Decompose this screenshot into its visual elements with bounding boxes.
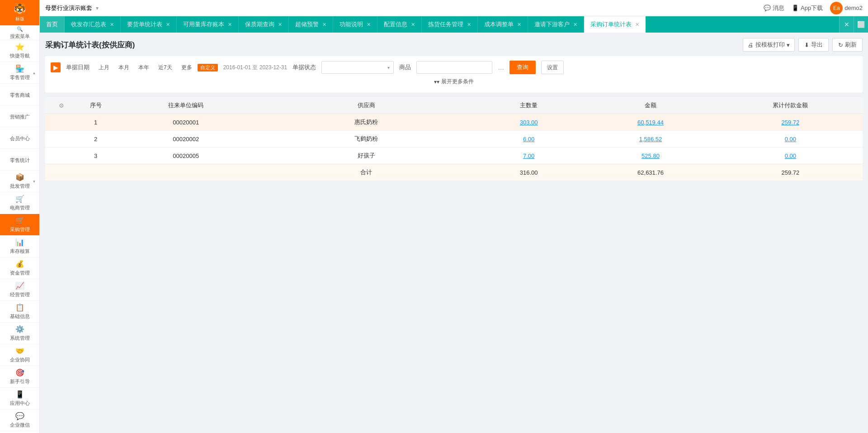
row1-amount[interactable]: 60,519.44 bbox=[583, 114, 718, 131]
sidebar-item-basic-info[interactable]: 📋 基础信息 bbox=[0, 301, 40, 323]
sidebar-item-retail-mall[interactable]: 零售商城 bbox=[0, 84, 40, 105]
tab-cost-adjust-close[interactable]: ✕ bbox=[517, 22, 521, 28]
template-print-label: 按模板打印 bbox=[755, 41, 785, 49]
sidebar-item-app-center[interactable]: 📱 应用中心 bbox=[0, 388, 40, 409]
sidebar-item-member[interactable]: 会员中心 bbox=[0, 127, 40, 149]
table-area: ⚙ 序号 往来单位编码 供应商 主数量 金额 累计付款金额 1 000200 bbox=[45, 97, 863, 181]
main-area: 母婴行业演示账套 ▾ 💬 消息 📱 App下载 Ea demo2 首页 bbox=[40, 0, 868, 433]
sidebar-search[interactable]: 🔍 搜索菜单 bbox=[0, 25, 40, 40]
tab-available-inventory[interactable]: 可用量库存账本 ✕ bbox=[177, 16, 239, 33]
tab-purchase-stats-close[interactable]: ✕ bbox=[635, 22, 639, 28]
sidebar-item-purchase[interactable]: 🛒 采购管理 bbox=[0, 214, 40, 236]
tab-invite-downstream-close[interactable]: ✕ bbox=[573, 22, 577, 28]
filter-toggle-button[interactable]: ▶ bbox=[51, 62, 61, 72]
sidebar-search-label: 搜索菜单 bbox=[10, 33, 30, 40]
topbar-dropdown-arrow[interactable]: ▾ bbox=[96, 5, 99, 11]
query-button[interactable]: 查询 bbox=[509, 61, 536, 74]
sidebar-item-marketing[interactable]: 营销推广 bbox=[0, 105, 40, 127]
row1-paid[interactable]: 259.72 bbox=[718, 114, 863, 131]
row2-paid[interactable]: 0.00 bbox=[718, 131, 863, 148]
col-header-settings[interactable]: ⚙ bbox=[45, 97, 78, 114]
tab-pick-task-close[interactable]: ✕ bbox=[467, 22, 471, 28]
tab-available-inventory-close[interactable]: ✕ bbox=[228, 22, 232, 28]
refresh-button[interactable]: ↻ 刷新 bbox=[832, 38, 863, 52]
row3-supplier: 好孩子 bbox=[258, 148, 475, 164]
sidebar-item-inventory[interactable]: 📊 库存核算 bbox=[0, 236, 40, 257]
tab-cost-adjust[interactable]: 成本调整单 ✕ bbox=[478, 16, 528, 33]
message-button[interactable]: 💬 消息 bbox=[764, 4, 784, 12]
tab-config-info[interactable]: 配置信息 ✕ bbox=[377, 16, 422, 33]
sidebar-item-member2[interactable]: 👤 畅会员 bbox=[0, 431, 40, 433]
user-profile[interactable]: Ea demo2 bbox=[830, 2, 863, 14]
filter-status-label: 单据状态 bbox=[292, 63, 316, 71]
gear-icon[interactable]: ⚙ bbox=[59, 102, 64, 109]
tab-order-stats-close[interactable]: ✕ bbox=[166, 22, 170, 28]
sidebar-item-retail-stats[interactable]: 零售统计 bbox=[0, 149, 40, 171]
tab-expiry-query-close[interactable]: ✕ bbox=[278, 22, 282, 28]
row2-qty[interactable]: 6.00 bbox=[475, 131, 583, 148]
tab-home[interactable]: 首页 bbox=[40, 16, 65, 33]
footer-empty2 bbox=[78, 164, 114, 181]
tab-receive-summary-close[interactable]: ✕ bbox=[110, 22, 114, 28]
shortcut-last-month[interactable]: 上月 bbox=[95, 63, 113, 72]
sidebar-member-label: 会员中心 bbox=[10, 135, 30, 142]
row3-paid[interactable]: 0.00 bbox=[718, 148, 863, 164]
topbar-title: 母婴行业演示账套 bbox=[45, 4, 92, 12]
maximize-button[interactable]: ⬜ bbox=[854, 16, 868, 33]
row3-qty[interactable]: 7.00 bbox=[475, 148, 583, 164]
user-initials: Ea bbox=[833, 5, 840, 11]
shortcut-more[interactable]: 更多 bbox=[178, 63, 196, 72]
sidebar-item-wholesale[interactable]: 📦 批发管理 bbox=[0, 171, 40, 192]
tab-purchase-stats[interactable]: 采购订单统计表 ✕ bbox=[584, 16, 646, 33]
sidebar-item-system[interactable]: ⚙️ 系统管理 bbox=[0, 323, 40, 344]
shortcut-this-year[interactable]: 本年 bbox=[135, 63, 153, 72]
export-button[interactable]: ⬇ 导出 bbox=[798, 38, 829, 52]
sidebar-guide-label: 新手引导 bbox=[10, 378, 30, 385]
tab-invite-downstream[interactable]: 邀请下游客户 ✕ bbox=[528, 16, 584, 33]
sidebar-item-guide[interactable]: 🎯 新手引导 bbox=[0, 366, 40, 388]
sidebar-item-shortcut[interactable]: ⭐ 快捷导航 bbox=[0, 40, 40, 62]
row2-settings bbox=[45, 131, 78, 148]
sidebar-item-operations[interactable]: 📈 经营管理 bbox=[0, 279, 40, 301]
sidebar-item-ecommerce[interactable]: 🛒 电商管理 bbox=[0, 192, 40, 214]
shortcut-7days[interactable]: 近7天 bbox=[155, 63, 176, 72]
row3-amount[interactable]: 525.80 bbox=[583, 148, 718, 164]
tab-receive-summary[interactable]: 收发存汇总表 ✕ bbox=[65, 16, 121, 33]
sidebar-retail-label: 零售管理 bbox=[10, 74, 30, 81]
filter-goods-input[interactable] bbox=[416, 61, 492, 74]
page-header-actions: 🖨 按模板打印 ▾ ⬇ 导出 ↻ 刷新 bbox=[743, 38, 863, 52]
filter-status-select[interactable]: ▾ bbox=[321, 61, 394, 74]
tab-function-desc-close[interactable]: ✕ bbox=[367, 22, 371, 28]
wholesale-icon: 📦 bbox=[15, 173, 24, 181]
sidebar-item-wechat[interactable]: 💬 企业微信 bbox=[0, 409, 40, 431]
print-icon: 🖨 bbox=[748, 42, 754, 48]
expand-more-label: 展开更多条件 bbox=[441, 78, 474, 86]
row2-amount[interactable]: 1,586.52 bbox=[583, 131, 718, 148]
sidebar-item-finance[interactable]: 💰 资金管理 bbox=[0, 257, 40, 279]
tab-expiry-query[interactable]: 保质期查询 ✕ bbox=[239, 16, 289, 33]
tab-function-desc[interactable]: 功能说明 ✕ bbox=[333, 16, 377, 33]
footer-paid: 259.72 bbox=[718, 164, 863, 181]
footer-qty: 316.00 bbox=[475, 164, 583, 181]
sidebar-app-center-label: 应用中心 bbox=[10, 400, 30, 406]
tab-overstock-warning-label: 超储预警 bbox=[295, 20, 319, 29]
tab-config-info-close[interactable]: ✕ bbox=[411, 22, 415, 28]
sidebar-finance-label: 资金管理 bbox=[10, 270, 30, 276]
settings-button[interactable]: 设置 bbox=[541, 61, 564, 74]
custom-date-tag[interactable]: 自定义 bbox=[198, 64, 218, 71]
template-print-button[interactable]: 🖨 按模板打印 ▾ bbox=[743, 38, 795, 52]
tab-cost-adjust-label: 成本调整单 bbox=[484, 20, 514, 29]
tab-overstock-warning-close[interactable]: ✕ bbox=[322, 22, 326, 28]
tab-overstock-warning[interactable]: 超储预警 ✕ bbox=[289, 16, 333, 33]
shortcut-this-month[interactable]: 本月 bbox=[115, 63, 133, 72]
goods-ellipsis-button[interactable]: … bbox=[498, 64, 504, 71]
app-download-button[interactable]: 📱 App下载 bbox=[792, 4, 823, 12]
expand-more-button[interactable]: ▾▾ 展开更多条件 bbox=[430, 76, 477, 87]
tab-order-stats[interactable]: 要货单统计表 ✕ bbox=[121, 16, 177, 33]
close-tab-button[interactable]: ✕ bbox=[839, 16, 854, 33]
row1-qty[interactable]: 303.00 bbox=[475, 114, 583, 131]
sidebar-item-enterprise[interactable]: 🤝 企业协同 bbox=[0, 344, 40, 366]
tab-home-label: 首页 bbox=[46, 20, 58, 29]
tab-pick-task[interactable]: 拣货任务管理 ✕ bbox=[422, 16, 478, 33]
sidebar-item-retail[interactable]: 🏪 零售管理 bbox=[0, 62, 40, 84]
